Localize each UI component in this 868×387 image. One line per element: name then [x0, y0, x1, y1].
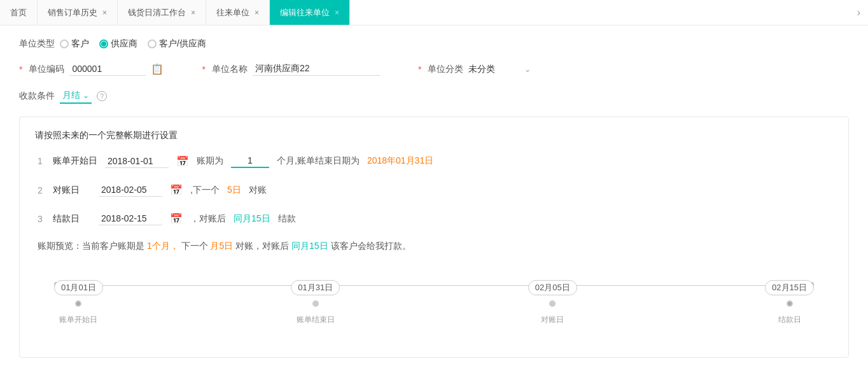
period-num-1: 1	[35, 156, 45, 166]
tab-sales-history-label: 销售订单历史	[48, 7, 97, 18]
radio-both[interactable]: 客户/供应商	[148, 38, 206, 50]
unit-type-label: 单位类型	[19, 38, 55, 50]
account-preview-highlight1: 1个月，	[147, 241, 179, 251]
account-preview-highlight2: 月5日	[210, 241, 233, 251]
period-suffix-before-1: 账期为	[197, 155, 223, 167]
payment-terms-help-icon[interactable]: ?	[97, 91, 107, 101]
unit-category-chevron[interactable]: ⌄	[524, 65, 531, 74]
unit-name-label: 单位名称	[212, 64, 248, 75]
timeline-node-0: 01月01日 账单开始日	[54, 280, 103, 325]
period-settings-title: 请按照未来的一个完整帐期进行设置	[35, 130, 833, 141]
tab-edit-partner-close[interactable]: ×	[335, 8, 339, 17]
period-calendar-icon-1[interactable]: 📅	[176, 155, 189, 167]
timeline-node-3: 02月15日 结款日	[765, 280, 814, 325]
period-num-3: 3	[35, 214, 45, 224]
period-highlight-2: 5日	[227, 185, 241, 196]
period-row-3: 3 结款日 📅 ，对账后 同月15日 结款	[35, 212, 833, 225]
radio-customer-label: 客户	[71, 38, 89, 50]
payment-terms-select[interactable]: 月结 ⌄	[60, 88, 92, 104]
period-label-1: 账单开始日	[53, 155, 97, 167]
period-label-2: 对账日	[53, 185, 91, 196]
payment-terms-label: 收款条件	[19, 90, 55, 102]
period-calendar-icon-3[interactable]: 📅	[170, 213, 183, 225]
timeline-node-2: 02月05日 对账日	[528, 280, 577, 325]
radio-supplier-label: 供应商	[111, 38, 137, 50]
timeline-badge-2: 02月05日	[528, 280, 577, 295]
period-suffix-after-3: 结款	[278, 213, 296, 225]
unit-info-row: * 单位编码 📋 * 单位名称 * 单位分类 未分类 ⌄	[19, 62, 849, 76]
timeline-label-1: 账单结束日	[297, 314, 335, 325]
timeline-dot-1	[312, 300, 319, 307]
account-preview-highlight3: 同月15日	[291, 241, 328, 251]
tab-cashier-workbench[interactable]: 钱货日清工作台 ×	[118, 0, 206, 25]
radio-customer[interactable]: 客户	[60, 38, 89, 50]
unit-category-required: *	[418, 64, 421, 74]
radio-customer-circle	[60, 39, 69, 48]
unit-code-input[interactable]	[69, 62, 146, 76]
tab-cashier-workbench-label: 钱货日清工作台	[128, 7, 186, 18]
period-date-input-3[interactable]	[99, 212, 162, 225]
unit-code-icon[interactable]: 📋	[151, 63, 164, 75]
timeline-nodes: 01月01日 账单开始日 01月31日 账单结束日 02月05日 对账日 02月…	[54, 280, 814, 325]
timeline-badge-1: 01月31日	[291, 280, 340, 295]
payment-terms-value: 月结	[62, 90, 80, 101]
account-preview: 账期预览：当前客户账期是 1个月， 下一个 月5日 对账，对账后 同月15日 该…	[35, 241, 833, 252]
period-suffix-after-2: 对账	[249, 185, 267, 196]
timeline-badge-0: 01月01日	[54, 280, 103, 295]
timeline: 01月01日 账单开始日 01月31日 账单结束日 02月05日 对账日 02月…	[35, 267, 833, 344]
tab-cashier-workbench-close[interactable]: ×	[191, 8, 195, 17]
tabs-bar: 首页 销售订单历史 × 钱货日清工作台 × 往来单位 × 编辑往来单位 × ›	[0, 0, 868, 25]
tab-more-button[interactable]: ›	[850, 0, 868, 25]
unit-code-required: *	[19, 64, 22, 74]
timeline-label-0: 账单开始日	[59, 314, 97, 325]
timeline-dot-3	[787, 300, 793, 307]
unit-name-input[interactable]	[253, 62, 380, 76]
period-label-3: 结款日	[53, 213, 91, 225]
timeline-node-1: 01月31日 账单结束日	[291, 280, 340, 325]
radio-both-circle	[148, 39, 157, 48]
account-preview-label-after: 该客户会给我打款。	[331, 241, 411, 251]
period-highlight-3: 同月15日	[234, 213, 270, 225]
account-preview-label-mid1: 下一个	[181, 241, 208, 251]
radio-supplier[interactable]: 供应商	[99, 38, 137, 50]
timeline-dot-0	[75, 300, 81, 307]
unit-type-field: 单位类型 客户 供应商 客户/供应商	[19, 38, 206, 50]
unit-category-field: * 单位分类 未分类 ⌄	[418, 64, 531, 75]
tab-partner-units[interactable]: 往来单位 ×	[206, 0, 270, 25]
timeline-dot-2	[549, 300, 556, 307]
radio-both-label: 客户/供应商	[159, 38, 206, 50]
period-suffix-after-1: 个月,账单结束日期为	[277, 155, 360, 167]
payment-terms-chevron: ⌄	[83, 91, 89, 100]
period-calendar-icon-2[interactable]: 📅	[170, 184, 183, 196]
unit-name-required: *	[202, 64, 205, 74]
radio-supplier-circle	[99, 39, 108, 48]
period-num-2: 2	[35, 185, 45, 195]
unit-code-label: 单位编码	[29, 64, 64, 75]
period-num-input-1[interactable]	[231, 154, 269, 168]
account-preview-label-mid2: 对账，对账后	[235, 241, 289, 251]
period-settings-box: 请按照未来的一个完整帐期进行设置 1 账单开始日 📅 账期为 个月,账单结束日期…	[19, 116, 849, 358]
period-row-2: 2 对账日 📅 ,下一个 5日 对账	[35, 183, 833, 197]
tab-partner-units-label: 往来单位	[216, 7, 249, 18]
period-date-input-1[interactable]	[105, 155, 169, 168]
unit-category-value: 未分类	[468, 64, 519, 75]
tab-sales-history-close[interactable]: ×	[102, 8, 107, 17]
timeline-label-3: 结款日	[778, 314, 801, 325]
timeline-label-2: 对账日	[541, 314, 564, 325]
account-preview-label-before: 账期预览：当前客户账期是	[38, 241, 144, 251]
timeline-badge-3: 02月15日	[765, 280, 814, 295]
period-row-1: 1 账单开始日 📅 账期为 个月,账单结束日期为 2018年01月31日	[35, 154, 833, 168]
tab-partner-units-close[interactable]: ×	[255, 8, 259, 17]
period-date-input-2[interactable]	[99, 183, 162, 197]
period-suffix-before-3: ，对账后	[190, 213, 226, 225]
radio-group-unit-type: 客户 供应商 客户/供应商	[60, 38, 206, 50]
tab-edit-partner-label: 编辑往来单位	[280, 7, 330, 18]
tab-home[interactable]: 首页	[0, 0, 38, 25]
payment-terms-field: 收款条件 月结 ⌄ ?	[19, 88, 107, 104]
unit-name-field: * 单位名称	[202, 62, 379, 76]
unit-category-label: 单位分类	[428, 64, 463, 75]
tab-sales-history[interactable]: 销售订单历史 ×	[38, 0, 118, 25]
tab-home-label: 首页	[10, 7, 27, 18]
main-content: 单位类型 客户 供应商 客户/供应商 * 单位编码	[0, 25, 868, 387]
tab-edit-partner[interactable]: 编辑往来单位 ×	[270, 0, 350, 25]
